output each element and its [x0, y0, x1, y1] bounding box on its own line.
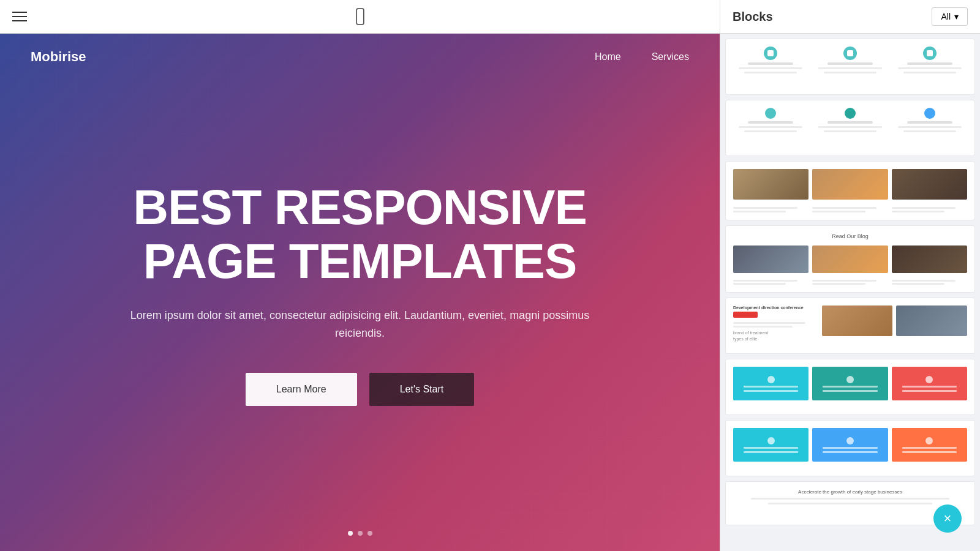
- nav-home[interactable]: Home: [595, 51, 621, 62]
- b-cb-line: [902, 451, 957, 453]
- b-line: [733, 207, 797, 209]
- block-mockup-6: [726, 359, 974, 414]
- b-line: [818, 67, 882, 69]
- blog-text-col: [892, 280, 967, 285]
- b-color-block-teal: [812, 367, 888, 400]
- hero-navigation: Mobirise Home Services: [0, 34, 720, 80]
- b-sub-text-2: types of elite: [733, 337, 818, 341]
- block-img-row: [733, 169, 967, 200]
- block-card-5[interactable]: Development direction conference brand o…: [725, 298, 975, 354]
- b-line: [744, 130, 796, 132]
- block-card-6[interactable]: [725, 359, 975, 415]
- b-img-thumb-2: [812, 169, 888, 200]
- b-line: [733, 280, 797, 282]
- hero-section: Mobirise Home Services BEST RESPONSIVE P…: [0, 34, 720, 551]
- b-cb-line: [744, 451, 798, 453]
- blocks-panel: Blocks All ▾: [720, 0, 980, 551]
- b-line: [733, 211, 786, 212]
- lets-start-button[interactable]: Let's Start: [369, 373, 475, 406]
- b-colored-col-3: [892, 108, 967, 132]
- b-colored-col-1: [733, 108, 808, 132]
- b-news-img-1: [822, 305, 893, 336]
- b-cb-line: [823, 386, 877, 388]
- phone-preview-button[interactable]: [352, 8, 369, 25]
- b-sub-text: brand of treatment: [733, 331, 818, 335]
- block-mockup-7: [726, 421, 974, 476]
- b-line: [824, 72, 876, 73]
- b-blog-thumb-1: [733, 246, 809, 273]
- b-cb-dot: [925, 437, 933, 444]
- dot-2[interactable]: [358, 531, 363, 536]
- block-blog-row: [733, 246, 967, 273]
- img-text-col: [892, 207, 967, 212]
- dot-1[interactable]: [348, 531, 353, 536]
- b-line: [748, 121, 793, 124]
- block-card-1[interactable]: [725, 39, 975, 95]
- b-color-block-red: [892, 367, 967, 400]
- block-card-4[interactable]: Read Our Blog: [725, 225, 975, 293]
- b-img-thumb-3: [892, 169, 967, 200]
- blocks-panel-header: Blocks All ▾: [720, 0, 980, 34]
- blog-text-col: [812, 280, 888, 285]
- b-cb-line: [902, 386, 957, 388]
- b-color-block-teal-2: [733, 428, 809, 462]
- b-color-block-blue: [812, 428, 888, 462]
- b-icon-1: [764, 47, 777, 60]
- hero-buttons: Learn More Let's Start: [246, 373, 474, 406]
- b-color-block-orange: [892, 428, 967, 462]
- b-line: [827, 62, 872, 65]
- block-card-3[interactable]: [725, 161, 975, 220]
- block-news-row: Development direction conference brand o…: [733, 305, 967, 341]
- svg-rect-0: [356, 9, 364, 24]
- b-line: [898, 67, 962, 69]
- b-circle-3: [924, 108, 935, 119]
- b-blog-thumb-3: [892, 246, 967, 273]
- block-colored-row: [733, 108, 967, 132]
- close-button[interactable]: ×: [933, 504, 962, 533]
- b-line: [812, 211, 865, 212]
- block-icon-col-1: [733, 47, 808, 73]
- b-cb-line: [744, 447, 798, 449]
- b-colored-col-2: [813, 108, 888, 132]
- block-icons-row: [733, 47, 967, 73]
- blocks-filter-dropdown[interactable]: All ▾: [932, 7, 968, 26]
- b-cb-dot: [767, 376, 775, 383]
- b-line: [907, 121, 952, 124]
- learn-more-button[interactable]: Learn More: [246, 373, 357, 406]
- hero-content: BEST RESPONSIVE PAGE TEMPLATES Lorem ips…: [0, 80, 720, 531]
- b-line: [812, 280, 876, 282]
- block-mockup-1: [726, 39, 974, 94]
- b-line: [768, 503, 932, 504]
- b-blog-thumb-2: [812, 246, 888, 273]
- b-cb-line: [823, 390, 877, 392]
- img-text-col: [812, 207, 888, 212]
- b-news-title: Development direction conference: [733, 305, 818, 310]
- b-line: [739, 67, 802, 69]
- blog-header: Read Our Blog: [733, 233, 967, 239]
- b-cb-dot: [925, 376, 933, 383]
- b-cb-dot: [767, 437, 775, 444]
- block-icon-col-3: [892, 47, 967, 73]
- b-line: [812, 283, 865, 285]
- dot-3[interactable]: [368, 531, 372, 536]
- b-line: [907, 62, 952, 65]
- b-line: [733, 326, 793, 328]
- b-line: [824, 130, 876, 132]
- block-card-7[interactable]: [725, 420, 975, 476]
- hamburger-icon[interactable]: [12, 12, 27, 21]
- b-cb-line: [902, 390, 957, 392]
- b-line: [827, 121, 872, 124]
- block-icon-col-2: [813, 47, 888, 73]
- b-bottom-text: Accelerate the growth of early stage bus…: [733, 489, 967, 495]
- b-line: [903, 130, 956, 132]
- b-line: [892, 211, 944, 212]
- nav-services[interactable]: Services: [652, 51, 689, 62]
- nav-links: Home Services: [595, 51, 689, 62]
- block-card-2[interactable]: [725, 100, 975, 156]
- b-line: [744, 72, 796, 73]
- b-line: [733, 322, 805, 324]
- b-color-block-cyan: [733, 367, 809, 400]
- b-line: [751, 498, 950, 500]
- brand-logo: Mobirise: [31, 49, 86, 65]
- b-img-thumb-1: [733, 169, 809, 200]
